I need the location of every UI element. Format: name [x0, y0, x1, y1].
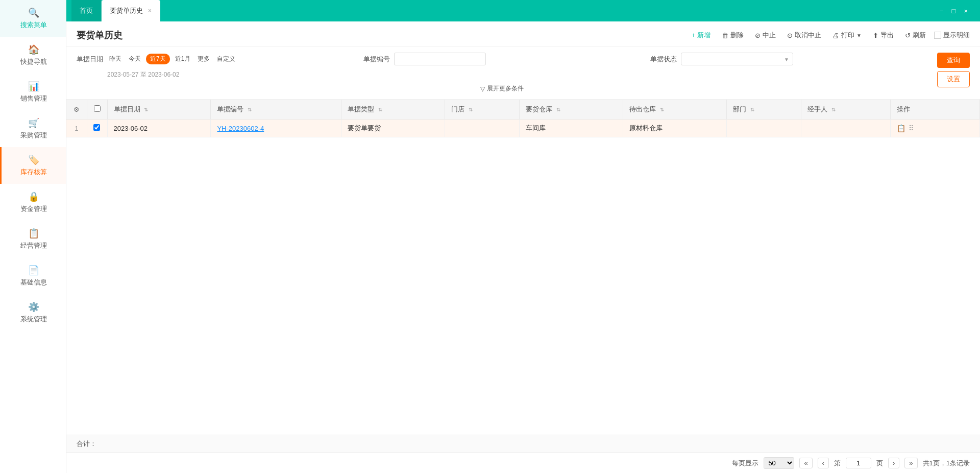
docstatus-select[interactable] — [681, 53, 793, 65]
docnumber-label: 单据编号 — [363, 55, 390, 64]
display-detail-toggle[interactable]: 显示明细 — [934, 31, 970, 40]
td-department — [727, 120, 801, 137]
delete-button[interactable]: 🗑 删除 — [719, 29, 747, 42]
page-suffix: 页 — [876, 459, 883, 468]
expand-icon: ▽ — [480, 85, 485, 92]
sort-icon: ⇅ — [378, 107, 382, 112]
tab-close-icon[interactable]: × — [148, 7, 152, 14]
purchase-icon: 🛒 — [28, 117, 39, 129]
date-more[interactable]: 更多 — [195, 54, 212, 64]
sidebar-item-label: 销售管理 — [20, 94, 47, 103]
th-doc-number[interactable]: 单据编号 ⇅ — [211, 100, 341, 120]
sidebar-item-label: 系统管理 — [20, 315, 47, 324]
table-area: ⚙ 单据日期 ⇅ 单据编号 ⇅ 单据类型 — [66, 100, 980, 435]
page-number-input[interactable] — [846, 458, 871, 468]
search-menu-icon: 🔍 — [28, 7, 39, 18]
footer-summary: 合计： — [66, 435, 980, 453]
th-handler[interactable]: 经手人 ⇅ — [801, 100, 890, 120]
td-doc-number: YH-20230602-4 — [211, 120, 341, 137]
date-today[interactable]: 今天 — [127, 54, 143, 64]
sidebar-item-system[interactable]: ⚙️ 系统管理 — [0, 294, 66, 331]
last-page-button[interactable]: » — [904, 458, 917, 468]
print-label: 打印 — [841, 31, 854, 40]
sort-icon: ⇅ — [660, 107, 664, 112]
row-checkbox[interactable] — [93, 124, 100, 131]
date-yesterday[interactable]: 昨天 — [107, 54, 124, 64]
sidebar-item-inventory[interactable]: 🏷️ 库存核算 — [0, 147, 66, 184]
cancel-stop-label: 取消中止 — [795, 31, 821, 40]
export-button[interactable]: ⬆ 导出 — [870, 29, 897, 42]
sidebar-item-search[interactable]: 🔍 搜索菜单 — [0, 0, 66, 37]
sort-icon: ⇅ — [248, 107, 252, 112]
date-filter-group: 单据日期 昨天 今天 近7天 近1月 更多 自定义 — [77, 54, 353, 64]
sort-icon: ⇅ — [144, 107, 148, 112]
td-checkbox[interactable] — [87, 120, 107, 137]
close-button[interactable]: × — [962, 6, 970, 16]
date-1month[interactable]: 近1月 — [173, 54, 193, 64]
docnumber-filter-group: 单据编号 — [363, 53, 640, 65]
page-size-select[interactable]: 10 20 50 100 — [764, 457, 794, 469]
sidebar-item-label: 基础信息 — [20, 278, 47, 287]
tab-requisition-history[interactable]: 要货单历史 × — [102, 0, 160, 21]
next-page-button[interactable]: › — [888, 458, 899, 468]
header-window-controls: − □ × — [938, 6, 975, 16]
th-settings[interactable]: ⚙ — [66, 100, 87, 120]
operations-icon: 📋 — [28, 228, 39, 239]
th-req-warehouse[interactable]: 要货仓库 ⇅ — [520, 100, 623, 120]
sidebar-item-sales[interactable]: 📊 销售管理 — [0, 74, 66, 110]
first-page-button[interactable]: « — [799, 458, 812, 468]
stop-label: 中止 — [763, 31, 776, 40]
sidebar-item-label: 快捷导航 — [20, 57, 47, 66]
print-button[interactable]: 🖨 打印 ▼ — [829, 29, 865, 42]
th-doc-date[interactable]: 单据日期 ⇅ — [107, 100, 211, 120]
sidebar-item-label: 资金管理 — [20, 204, 47, 214]
th-department[interactable]: 部门 ⇅ — [727, 100, 801, 120]
display-detail-checkbox — [934, 32, 941, 39]
sidebar-item-operations[interactable]: 📋 经营管理 — [0, 221, 66, 257]
maximize-button[interactable]: □ — [950, 6, 958, 16]
sidebar-item-finance[interactable]: 🔒 资金管理 — [0, 184, 66, 221]
refresh-icon: ↺ — [905, 32, 911, 39]
new-button[interactable]: + 新增 — [689, 29, 714, 42]
row-action-icons: 📋 ⠿ — [897, 124, 973, 132]
expand-more-btn[interactable]: ▽ 展开更多条件 — [77, 82, 927, 95]
date-7days[interactable]: 近7天 — [146, 54, 170, 64]
minimize-button[interactable]: − — [938, 6, 946, 16]
refresh-button[interactable]: ↺ 刷新 — [902, 29, 929, 42]
date-custom[interactable]: 自定义 — [215, 54, 237, 64]
main-area: 首页 要货单历史 × − □ × 要货单历史 + 新增 🗑 删除 ⊘ — [66, 0, 980, 473]
td-store — [445, 120, 520, 137]
more-action-icon[interactable]: ⠿ — [909, 124, 914, 132]
prev-page-button[interactable]: ‹ — [818, 458, 829, 468]
settings-button[interactable]: 设置 — [937, 71, 970, 87]
summary-label: 合计： — [77, 439, 96, 448]
sidebar: 🔍 搜索菜单 🏠 快捷导航 📊 销售管理 🛒 采购管理 🏷️ 库存核算 🔒 资金… — [0, 0, 66, 473]
th-pending-warehouse[interactable]: 待出仓库 ⇅ — [623, 100, 727, 120]
date-filter-options: 昨天 今天 近7天 近1月 更多 自定义 — [107, 54, 237, 64]
sidebar-item-label: 库存核算 — [20, 168, 47, 177]
sort-icon: ⇅ — [750, 107, 754, 112]
table-row[interactable]: 1 2023-06-02 YH-20230602-4 要货单要货 车间库 原材料… — [66, 120, 980, 137]
select-all-checkbox[interactable] — [94, 105, 101, 112]
sidebar-item-basic-info[interactable]: 📄 基础信息 — [0, 257, 66, 294]
sidebar-item-quicknav[interactable]: 🏠 快捷导航 — [0, 37, 66, 74]
th-doc-type[interactable]: 单据类型 ⇅ — [341, 100, 445, 120]
filter-area: 单据日期 昨天 今天 近7天 近1月 更多 自定义 — [66, 46, 980, 100]
th-store[interactable]: 门店 ⇅ — [445, 100, 520, 120]
view-action-icon[interactable]: 📋 — [897, 124, 905, 132]
sales-icon: 📊 — [28, 81, 39, 92]
date-range-display: 2023-05-27 至 2023-06-02 — [107, 70, 179, 79]
stop-button[interactable]: ⊘ 中止 — [752, 29, 779, 42]
pagination-bar: 每页显示 10 20 50 100 « ‹ 第 页 › » 共1页，1条记录 — [66, 453, 980, 473]
docnumber-input[interactable] — [394, 53, 486, 65]
sidebar-item-purchase[interactable]: 🛒 采购管理 — [0, 110, 66, 147]
sort-icon: ⇅ — [469, 107, 473, 112]
cancel-stop-button[interactable]: ⊙ 取消中止 — [784, 29, 824, 42]
query-button[interactable]: 查询 — [937, 53, 970, 68]
total-info: 共1页，1条记录 — [923, 459, 970, 468]
td-doc-type: 要货单要货 — [341, 120, 445, 137]
th-checkbox[interactable] — [87, 100, 107, 120]
docstatus-select-wrapper — [681, 53, 793, 65]
tab-home[interactable]: 首页 — [71, 0, 102, 21]
doc-number-link[interactable]: YH-20230602-4 — [217, 125, 264, 132]
